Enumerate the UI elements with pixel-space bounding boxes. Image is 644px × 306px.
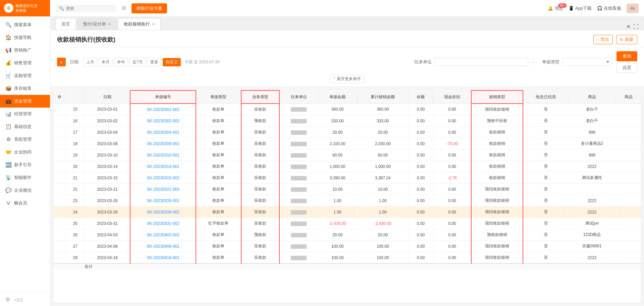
partner-input[interactable] [434,58,528,66]
cell-cash-discount: 0.00 [433,184,471,195]
cell-doc-no[interactable]: SK-20230331-002 [130,218,196,229]
more-date-btn[interactable]: 更多 [147,58,161,66]
cell-include-settled: 否 [523,127,568,138]
cell-doc-no[interactable]: SK-20230403-002 [130,229,196,241]
custom-date-btn[interactable]: 自定义 [163,58,181,66]
last-7-days-btn[interactable]: 近7天 [129,58,146,66]
sidebar-item-quick[interactable]: 🏠快捷导航 [0,31,50,44]
cell-accum-amount: 100.00 [357,241,409,252]
cell-seq: 27 [66,241,85,252]
filter-toggle-button[interactable]: » [57,58,66,66]
cell-accum-amount: 100.00 [357,252,409,264]
close-all-icon[interactable]: ✕ [626,23,631,30]
avatar[interactable]: Rit [627,4,639,13]
quick-icon: 🏠 [5,35,11,41]
sidebar-item-operations[interactable]: 📊经营管理 [0,108,50,120]
doc-no-link[interactable]: SK-20230408-001 [147,244,179,249]
sidebar-item-collab[interactable]: 🤝企业协同 [0,146,50,159]
cell-doc-no[interactable]: SK-20230308-001 [130,138,196,149]
cell-doc-no[interactable]: SK-20230328-001 [130,195,196,206]
online-service-button[interactable]: 🎧 在线客服 [597,5,621,11]
gear-icon[interactable]: ⚙ [121,5,126,11]
last-month-btn[interactable]: 上月 [83,58,97,66]
settings-icon[interactable]: ⚙ [5,296,10,303]
doc-no-link[interactable]: SK-20230315-002 [147,176,179,180]
sidebar-item-purchase[interactable]: 🛒采购管理 [0,69,50,82]
sidebar-item-hardware[interactable]: 📡智能硬件 [0,171,50,184]
query-button[interactable]: 查询 [616,51,637,61]
sidebar-item-label: 新手引导 [14,162,32,168]
sidebar-item-search[interactable]: 🔍搜索菜单 [0,18,50,31]
bell-icon: 🔔 [548,6,553,11]
inventory-icon: 📦 [5,85,11,91]
sidebar-item-sales[interactable]: 💰销售管理 [0,57,50,69]
cell-biz-type: 应收款 [241,138,280,149]
cell-doc-no[interactable]: SK-20230304-001 [130,127,196,138]
cell-doc-no[interactable]: SK-20230321-003 [130,184,196,195]
sidebar-item-label: 智能硬件 [14,175,32,181]
sales-icon: 💰 [5,60,11,66]
doc-no-link[interactable]: SK-20230331-002 [147,221,179,226]
doc-no-link[interactable]: SK-20230314-001 [147,164,179,169]
cell-seq: 22 [66,184,85,195]
filter-bar: » 日期 上月 本月 本年 近7天 更多 自定义 不限 至 2023-07-26… [50,48,644,87]
cell-doc-no[interactable]: SK-20230418-001 [130,252,196,264]
doc-no-link[interactable]: SK-20230328-002 [147,210,179,215]
cell-accum-amount: 60.00 [357,149,409,161]
sidebar-item-inventory[interactable]: 📦库存核算 [0,82,50,95]
tab-collection[interactable]: 收款核销执行✕ [118,18,161,30]
notification-button[interactable]: 🔔 消息 99+ [548,5,563,11]
tab-payable[interactable]: 预付/应付单✕ [77,18,117,30]
sidebar-item-system[interactable]: ⚙系统管理 [0,133,50,146]
doc-no-link[interactable]: SK-20230328-001 [147,198,179,203]
cell-doc-no[interactable]: SK-20230315-002 [130,172,196,184]
cell-doc-no[interactable]: SK-20230301-002 [130,104,196,115]
tab-close-collection[interactable]: ✕ [152,22,155,26]
search-input[interactable] [66,6,106,11]
collapse-icon[interactable]: ◁◁ [14,296,22,303]
cell-verify-type: 现结收款核销 [471,252,523,264]
sidebar-item-wechat[interactable]: 💬企业微信 [0,184,50,197]
topbar-search-box[interactable]: 🔍 [56,5,116,12]
solution-button[interactable]: 体验行业方案 [131,3,167,13]
tab-home[interactable]: 首页 [56,18,76,30]
doc-no-link[interactable]: SK-20230418-001 [147,255,179,260]
doc-no-link[interactable]: SK-20230302-002 [147,119,179,123]
sidebar-item-member[interactable]: V畅会员 [0,197,50,209]
sidebar-item-label: 搜索菜单 [14,22,32,28]
doc-no-link[interactable]: SK-20230301-002 [147,107,179,112]
cell-cash-discount: -2.76 [433,172,471,184]
sidebar-item-finance[interactable]: 💼资金管理 [0,95,50,108]
cell-doc-no[interactable]: SK-20230328-002 [130,206,196,218]
fullscreen-icon[interactable]: ⛶ [633,24,639,30]
doc-type-select[interactable] [562,58,612,66]
doc-no-link[interactable]: SK-20230310-001 [147,153,179,158]
cell-doc-no[interactable]: SK-20230314-001 [130,161,196,172]
doc-no-link[interactable]: SK-20230403-002 [147,233,179,237]
expand-conditions-button[interactable]: ˅ 展开更多条件 [330,75,365,83]
this-year-btn[interactable]: 本年 [114,58,128,66]
cell-verify-type: 预收款核销 [471,229,523,241]
doc-no-link[interactable]: SK-20230308-001 [147,141,179,146]
app-download-button[interactable]: 📱 App下载 [569,5,592,11]
cell-cash-discount: -70.00 [433,138,471,149]
cell-doc-no[interactable]: SK-20230302-002 [130,115,196,127]
marketing-icon: 📢 [5,47,11,53]
sidebar-item-basics[interactable]: 📋基础信息 [0,120,50,133]
sidebar-item-guide[interactable]: 🆕新手引导 [0,159,50,171]
sidebar-item-marketing[interactable]: 📢营销推广 [0,44,50,57]
col-setting[interactable]: ⚙ [54,90,66,104]
doc-no-link[interactable]: SK-20230321-003 [147,187,179,192]
refresh-button[interactable]: ↻ 刷新 [616,35,637,44]
tab-close-payable[interactable]: ✕ [108,22,111,26]
table-settings-button[interactable]: 设置 [616,63,637,73]
this-month-btn[interactable]: 本月 [99,58,113,66]
cell-date: 2023-04-18 [85,252,130,264]
doc-no-link[interactable]: SK-20230304-001 [147,130,179,135]
table-row: 21 2023-03-15 SK-20230315-002 收款单 应收款 ██… [54,172,641,184]
cell-date: 2023-03-28 [85,206,130,218]
cell-doc-no[interactable]: SK-20230310-001 [130,149,196,161]
footer-row: 合计 [54,263,641,269]
cell-doc-no[interactable]: SK-20230408-001 [130,241,196,252]
export-button[interactable]: ↑ 导出 [593,35,613,44]
